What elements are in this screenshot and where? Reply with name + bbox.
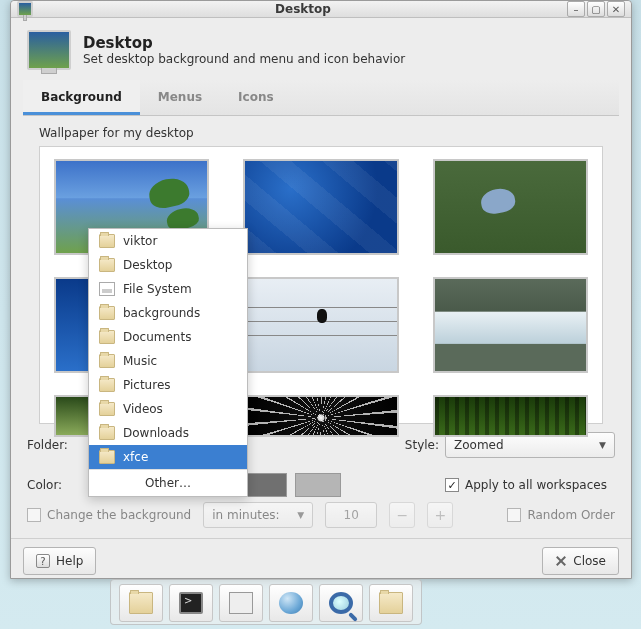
close-button[interactable]: Close bbox=[542, 547, 619, 575]
dock-browser[interactable] bbox=[269, 584, 313, 622]
folder-menu-item[interactable]: Downloads bbox=[89, 421, 247, 445]
dock-folder[interactable] bbox=[369, 584, 413, 622]
increment-button[interactable]: + bbox=[427, 502, 453, 528]
chevron-down-icon: ▼ bbox=[599, 440, 606, 450]
change-unit-combo[interactable]: in minutes: ▼ bbox=[203, 502, 313, 528]
drive-icon bbox=[99, 282, 115, 296]
folder-menu-item[interactable]: Desktop bbox=[89, 253, 247, 277]
folder-icon bbox=[99, 450, 115, 464]
page-subtitle: Set desktop background and menu and icon… bbox=[83, 52, 405, 66]
folder-menu-item[interactable]: viktor bbox=[89, 229, 247, 253]
wallpaper-thumb[interactable] bbox=[243, 395, 398, 437]
folder-icon bbox=[99, 378, 115, 392]
folder-label: Folder: bbox=[27, 438, 81, 452]
color-label: Color: bbox=[27, 478, 81, 492]
folder-menu-item[interactable]: Documents bbox=[89, 325, 247, 349]
help-button[interactable]: ? Help bbox=[23, 547, 96, 575]
tab-icons[interactable]: Icons bbox=[220, 80, 292, 115]
apply-label: Apply to all workspaces bbox=[465, 478, 607, 492]
folder-menu-item[interactable]: Music bbox=[89, 349, 247, 373]
apply-all-workspaces-check[interactable]: Apply to all workspaces bbox=[445, 478, 615, 492]
folder-icon bbox=[99, 402, 115, 416]
change-unit-value: in minutes: bbox=[212, 508, 279, 522]
folder-icon bbox=[379, 592, 403, 614]
checkbox-icon[interactable] bbox=[507, 508, 521, 522]
wallpaper-thumb[interactable] bbox=[243, 277, 398, 373]
chevron-down-icon: ▼ bbox=[297, 510, 304, 520]
folder-icon bbox=[99, 234, 115, 248]
terminal-icon bbox=[179, 592, 203, 614]
change-background-check[interactable]: Change the background bbox=[27, 508, 191, 522]
document-icon bbox=[229, 592, 253, 614]
folder-menu-item[interactable]: backgrounds bbox=[89, 301, 247, 325]
folder-menu-other[interactable]: Other… bbox=[89, 469, 247, 496]
folder-menu[interactable]: viktor Desktop File System backgrounds D… bbox=[88, 228, 248, 497]
close-window-button[interactable]: ✕ bbox=[607, 1, 625, 17]
random-label: Random Order bbox=[527, 508, 615, 522]
header: Desktop Set desktop background and menu … bbox=[11, 18, 631, 80]
folder-menu-item[interactable]: Videos bbox=[89, 397, 247, 421]
wallpaper-label: Wallpaper for my desktop bbox=[39, 126, 603, 140]
window-title: Desktop bbox=[39, 2, 567, 16]
dock-search[interactable] bbox=[319, 584, 363, 622]
tabs: Background Menus Icons bbox=[23, 80, 619, 116]
style-label: Style: bbox=[385, 438, 445, 452]
dock-file-manager[interactable] bbox=[119, 584, 163, 622]
folder-icon bbox=[129, 592, 153, 614]
folder-icon bbox=[99, 330, 115, 344]
tab-background[interactable]: Background bbox=[23, 80, 140, 115]
help-icon: ? bbox=[36, 554, 50, 568]
dialog-footer: ? Help Close bbox=[11, 538, 631, 583]
folder-icon bbox=[99, 354, 115, 368]
color-swatch-secondary[interactable] bbox=[295, 473, 341, 497]
decrement-button[interactable]: − bbox=[389, 502, 415, 528]
change-interval-spin[interactable]: 10 bbox=[325, 502, 377, 528]
folder-menu-item[interactable]: File System bbox=[89, 277, 247, 301]
checkbox-icon[interactable] bbox=[445, 478, 459, 492]
change-label: Change the background bbox=[47, 508, 191, 522]
checkbox-icon[interactable] bbox=[27, 508, 41, 522]
folder-menu-item[interactable]: Pictures bbox=[89, 373, 247, 397]
wallpaper-thumb[interactable] bbox=[243, 159, 398, 255]
dock bbox=[110, 579, 422, 625]
globe-icon bbox=[279, 592, 303, 614]
folder-icon bbox=[99, 426, 115, 440]
minimize-button[interactable]: – bbox=[567, 1, 585, 17]
page-title: Desktop bbox=[83, 34, 405, 52]
folder-menu-item-selected[interactable]: xfce bbox=[89, 445, 247, 469]
folder-icon bbox=[99, 306, 115, 320]
tab-menus[interactable]: Menus bbox=[140, 80, 220, 115]
titlebar[interactable]: Desktop – ▢ ✕ bbox=[11, 1, 631, 18]
window-icon bbox=[17, 1, 33, 17]
wallpaper-thumb[interactable] bbox=[433, 159, 588, 255]
dock-terminal[interactable] bbox=[169, 584, 213, 622]
style-value: Zoomed bbox=[454, 438, 504, 452]
wallpaper-thumb[interactable] bbox=[433, 277, 588, 373]
dock-editor[interactable] bbox=[219, 584, 263, 622]
desktop-icon bbox=[27, 30, 71, 70]
folder-icon bbox=[99, 258, 115, 272]
wallpaper-thumb[interactable] bbox=[433, 395, 588, 437]
close-icon bbox=[555, 555, 567, 567]
random-order-check[interactable]: Random Order bbox=[507, 508, 615, 522]
maximize-button[interactable]: ▢ bbox=[587, 1, 605, 17]
search-icon bbox=[329, 592, 353, 614]
